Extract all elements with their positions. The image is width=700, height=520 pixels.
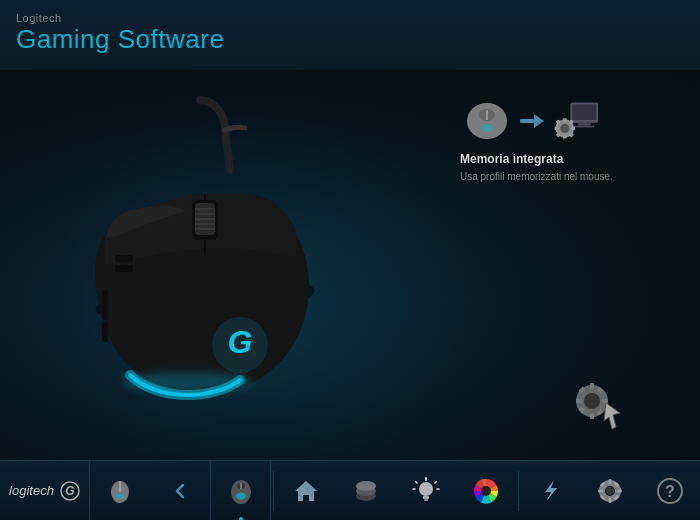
mouse-icon — [227, 477, 255, 505]
svg-rect-38 — [590, 383, 594, 389]
page-title: Gaming Software — [16, 24, 684, 55]
svg-rect-30 — [555, 127, 559, 131]
back-button[interactable] — [150, 461, 210, 521]
svg-marker-21 — [534, 114, 544, 128]
script-button[interactable] — [520, 461, 580, 521]
svg-point-60 — [356, 491, 376, 501]
svg-text:G: G — [228, 324, 253, 360]
svg-rect-25 — [574, 126, 594, 128]
svg-rect-74 — [609, 479, 612, 484]
svg-rect-75 — [609, 498, 612, 503]
svg-point-73 — [606, 487, 614, 495]
gear-icon — [596, 477, 624, 505]
mouse-top-view-icon — [107, 478, 133, 504]
color-button[interactable] — [456, 461, 516, 521]
svg-point-61 — [419, 482, 433, 496]
svg-point-70 — [481, 486, 491, 496]
svg-text:G: G — [65, 484, 74, 498]
mouse-svg: G — [30, 90, 370, 430]
svg-rect-31 — [571, 127, 575, 131]
chevron-left-icon — [171, 482, 189, 500]
svg-rect-62 — [423, 496, 429, 499]
transfer-arrow-icon — [520, 114, 544, 128]
divider-2 — [518, 471, 519, 511]
help-icon: ? — [656, 477, 684, 505]
svg-point-37 — [584, 393, 600, 409]
script-icon — [536, 477, 564, 505]
mouse-nav-button[interactable] — [211, 461, 271, 521]
header: Logitech Gaming Software — [0, 0, 700, 70]
svg-marker-57 — [295, 481, 317, 501]
lighting-button[interactable] — [396, 461, 456, 521]
svg-rect-14 — [102, 290, 108, 320]
svg-point-19 — [481, 124, 493, 132]
svg-rect-29 — [563, 135, 567, 139]
svg-rect-40 — [576, 399, 582, 403]
svg-rect-15 — [102, 322, 108, 342]
spectrum-icon — [471, 476, 501, 506]
settings-button[interactable] — [580, 461, 640, 521]
memory-description: Usa profili memorizzati nel mouse. — [460, 170, 660, 184]
layers-icon — [352, 477, 380, 505]
mouse-illustration: G — [30, 90, 430, 450]
footer-taskbar: logitech G — [0, 460, 700, 520]
svg-rect-20 — [520, 119, 534, 123]
mouse-side-nav-button[interactable] — [90, 461, 150, 521]
svg-rect-77 — [617, 489, 622, 492]
home-icon — [292, 477, 320, 505]
svg-marker-71 — [545, 480, 557, 502]
svg-rect-23 — [572, 104, 596, 120]
svg-rect-76 — [598, 489, 603, 492]
svg-point-56 — [236, 492, 246, 499]
nav-arrows — [90, 461, 211, 521]
divider-1 — [273, 471, 274, 511]
svg-text:?: ? — [665, 483, 675, 500]
main-content: G — [0, 70, 700, 460]
settings-icon — [550, 100, 600, 142]
settings-cursor-icon — [570, 375, 630, 430]
svg-rect-28 — [563, 118, 567, 122]
footer-logo: logitech G — [0, 461, 90, 521]
svg-rect-63 — [424, 499, 428, 501]
memory-title: Memoria integrata — [460, 152, 660, 166]
profiles-button[interactable] — [336, 461, 396, 521]
svg-rect-24 — [578, 123, 591, 126]
svg-rect-41 — [602, 399, 608, 403]
memory-icons — [460, 100, 660, 142]
svg-point-27 — [560, 124, 569, 133]
svg-point-52 — [116, 493, 124, 499]
help-button[interactable]: ? — [640, 461, 700, 521]
home-button[interactable] — [276, 461, 336, 521]
svg-rect-9 — [115, 255, 133, 262]
light-icon — [412, 477, 440, 505]
logitech-logo-text: logitech — [9, 483, 54, 498]
svg-rect-10 — [115, 265, 133, 272]
memory-panel: Memoria integrata Usa profili memorizzat… — [460, 100, 660, 184]
g-logo-icon: G — [60, 481, 80, 501]
brand-label: Logitech — [16, 12, 684, 24]
svg-line-66 — [435, 481, 437, 483]
small-mouse-icon — [460, 100, 514, 142]
svg-rect-39 — [590, 413, 594, 419]
svg-line-65 — [415, 481, 417, 483]
settings-cursor-panel[interactable] — [570, 375, 630, 430]
